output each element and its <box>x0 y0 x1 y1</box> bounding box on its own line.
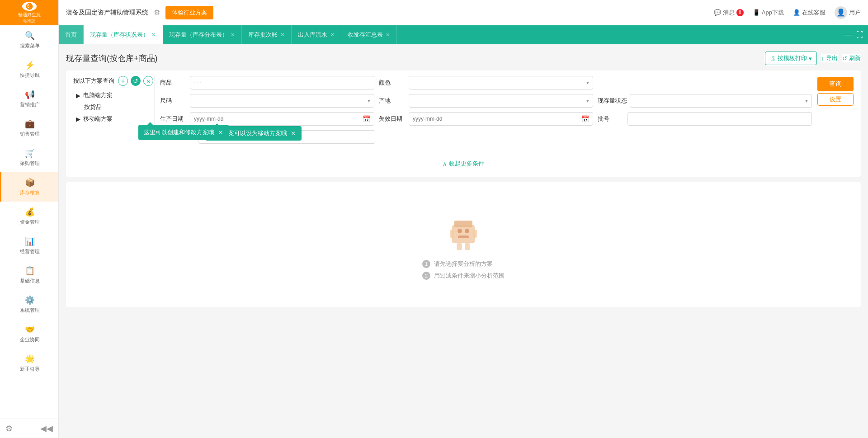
header-settings-icon[interactable]: ⚙ <box>154 8 160 17</box>
sidebar-item-sales[interactable]: 💼 销售管理 <box>0 113 58 143</box>
template-print-button[interactable]: 🖨 按模板打印 ▾ <box>765 52 817 65</box>
scheme-item-goods[interactable]: 按货品 <box>73 102 149 112</box>
expiry-date-field[interactable] <box>413 116 581 122</box>
sidebar-item-finance[interactable]: 💰 资金管理 <box>0 202 58 231</box>
scheme-pc-group[interactable]: ▶ 电脑端方案 <box>73 90 149 100</box>
sidebar-item-marketing[interactable]: 📢 营销推广 <box>0 84 58 113</box>
collapse-chevron-icon: ∧ <box>443 160 447 167</box>
scheme-mobile-group[interactable]: ▶ 移动端方案 <box>73 114 149 124</box>
goods-label: 商品 <box>160 79 187 87</box>
filter-row-2: 尺码 ▾ 产地 ▾ <box>160 94 812 108</box>
tab-stock-distribution[interactable]: 现存量（库存分布表） ✕ <box>163 25 242 44</box>
field-origin: 产地 ▾ <box>379 94 593 108</box>
collapse-label: 收起更多条件 <box>449 160 484 168</box>
sidebar-item-enterprise[interactable]: 🤝 企业协同 <box>0 319 58 349</box>
printer-icon: 🖨 <box>770 55 776 62</box>
filter-actions: + ↺ « <box>118 76 153 86</box>
tab-minimize-icon[interactable]: — <box>844 31 852 39</box>
sidebar-item-guide[interactable]: 🌟 新手引导 <box>0 349 58 378</box>
inventory-icon: 📦 <box>25 178 35 188</box>
sidebar-item-basic[interactable]: 📋 基础信息 <box>0 260 58 290</box>
reset-scheme-button[interactable]: ↺ <box>131 76 141 86</box>
app-badge: 标准版 <box>23 18 35 24</box>
tab-stock-distribution-close[interactable]: ✕ <box>231 32 235 38</box>
username-label: 用户 <box>849 9 861 17</box>
svg-point-4 <box>458 229 462 233</box>
sidebar-label-finance: 资金管理 <box>20 219 40 226</box>
svg-rect-2 <box>452 225 475 243</box>
tab-stock-status-close[interactable]: ✕ <box>151 32 156 38</box>
back-scheme-button[interactable]: « <box>143 76 153 86</box>
message-icon: 💬 <box>714 9 721 16</box>
purchase-icon: 🛒 <box>25 148 35 158</box>
empty-state: 1 请先选择要分析的方案 2 用过滤条件来缩小分析范围 <box>66 182 861 307</box>
stock-status-select[interactable]: ▾ <box>630 94 812 108</box>
user-avatar: 👤 <box>835 6 847 19</box>
collapse-button[interactable]: ∧ 收起更多条件 <box>443 160 484 168</box>
phone-icon: 📱 <box>753 9 760 16</box>
sidebar-item-quicknav[interactable]: ⚡ 快捷导航 <box>0 55 58 84</box>
empty-step-2: 2 用过滤条件来缩小分析范围 <box>422 272 505 280</box>
set-button[interactable]: 设置 <box>817 93 854 106</box>
sidebar-item-operations[interactable]: 📊 经营管理 <box>0 231 58 260</box>
settings-icon[interactable]: ⚙ <box>5 424 13 433</box>
tab-stock-status[interactable]: 现存量（库存状况表） ✕ <box>84 25 163 44</box>
size-select[interactable]: ▾ <box>190 94 374 108</box>
production-date-field[interactable] <box>194 116 363 122</box>
origin-select[interactable]: ▾ <box>409 94 593 108</box>
message-button[interactable]: 💬 消息 8 <box>714 9 744 17</box>
filter-row-1: 商品 ··· 颜色 ▾ <box>160 76 812 89</box>
tab-expand-icon[interactable]: ⛶ <box>856 31 863 39</box>
sidebar-item-inventory[interactable]: 📦 库存核算 <box>0 172 58 202</box>
empty-state-icon <box>441 209 486 254</box>
sidebar-logo: 6 畅通好生意 标准版 <box>0 0 58 25</box>
experience-button[interactable]: 体验行业方案 <box>165 6 213 19</box>
sidebar-item-system[interactable]: ⚙️ 系统管理 <box>0 290 58 319</box>
scheme-panel: 按以下方案查询 + ↺ « ▶ 电脑端方案 按货品 <box>73 76 155 124</box>
batch-input[interactable] <box>627 112 812 126</box>
sidebar-label-enterprise: 企业协同 <box>20 336 40 343</box>
refresh-button[interactable]: ↺ 刷新 <box>842 54 861 62</box>
search-button[interactable]: 查询 <box>817 77 854 91</box>
field-batch: 批号 <box>598 112 812 126</box>
calendar-icon-2: 📅 <box>581 115 589 122</box>
tab-flow-close[interactable]: ✕ <box>330 32 335 38</box>
header-right: 💬 消息 8 📱 App下载 👤 在线客服 👤 用户 <box>714 6 861 19</box>
user-area[interactable]: 👤 用户 <box>835 6 861 19</box>
app-download-button[interactable]: 📱 App下载 <box>753 9 784 17</box>
color-label: 颜色 <box>379 79 406 87</box>
tab-summary-close[interactable]: ✕ <box>386 32 390 38</box>
add-scheme-button[interactable]: + <box>118 76 128 86</box>
tab-batch-account[interactable]: 库存批次账 ✕ <box>242 25 292 44</box>
step-2-num: 2 <box>422 272 430 280</box>
main-area: 装备及固定资产辅助管理系统 ⚙ 体验行业方案 💬 消息 8 📱 App下载 👤 … <box>59 0 868 438</box>
quicknav-icon: ⚡ <box>25 60 35 70</box>
sidebar-item-search[interactable]: 🔍 搜索菜单 <box>0 25 58 55</box>
page-header: 现存量查询(按仓库+商品) 🖨 按模板打印 ▾ ↑ 导出 ↺ 刷新 <box>66 52 861 65</box>
field-production-date: 生产日期 📅 <box>160 112 374 126</box>
sidebar-nav: 🔍 搜索菜单 ⚡ 快捷导航 📢 营销推广 💼 销售管理 🛒 采购管理 📦 库存核… <box>0 25 58 419</box>
step-1-num: 1 <box>422 260 430 268</box>
goods-select[interactable]: ··· <box>190 76 374 89</box>
tab-flow[interactable]: 出入库流水 ✕ <box>292 25 341 44</box>
online-service-button[interactable]: 👤 在线客服 <box>793 9 826 17</box>
tab-home[interactable]: 首页 <box>59 25 84 44</box>
pc-tooltip-close[interactable]: ✕ <box>291 130 296 137</box>
sidebar: 6 畅通好生意 标准版 🔍 搜索菜单 ⚡ 快捷导航 📢 营销推广 💼 销售管理 … <box>0 0 59 438</box>
tab-batch-account-close[interactable]: ✕ <box>280 32 285 38</box>
tab-flow-label: 出入库流水 <box>298 31 327 39</box>
header-left: 装备及固定资产辅助管理系统 ⚙ 体验行业方案 <box>66 6 213 19</box>
scheme-tooltip-close[interactable]: ✕ <box>218 129 223 136</box>
tab-summary[interactable]: 收发存汇总表 ✕ <box>341 25 397 44</box>
color-select-arrow: ▾ <box>586 80 589 86</box>
sidebar-item-purchase[interactable]: 🛒 采购管理 <box>0 143 58 172</box>
export-label: 导出 <box>826 54 838 62</box>
page-title: 现存量查询(按仓库+商品) <box>66 53 158 64</box>
export-button[interactable]: ↑ 导出 <box>821 54 838 62</box>
collapse-sidebar-icon[interactable]: ◀◀ <box>40 424 53 433</box>
step-2-text: 用过滤条件来缩小分析范围 <box>434 272 505 280</box>
color-select[interactable]: ▾ <box>409 76 593 89</box>
content-area: 现存量查询(按仓库+商品) 🖨 按模板打印 ▾ ↑ 导出 ↺ 刷新 <box>59 44 868 438</box>
sidebar-label-quicknav: 快捷导航 <box>20 72 40 79</box>
expiry-date-input[interactable]: 📅 <box>409 112 593 126</box>
